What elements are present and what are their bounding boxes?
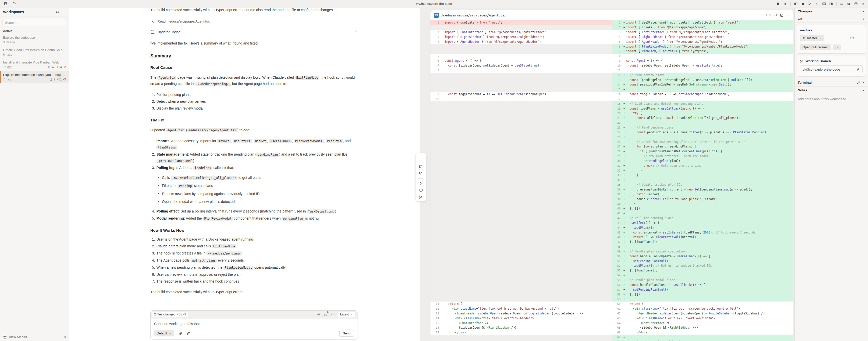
monitor-icon[interactable] (822, 2, 826, 6)
collapse-all-icon[interactable] (783, 2, 787, 6)
diff-row (430, 292, 612, 297)
diff-row (430, 82, 612, 87)
section-label-active: Active (0, 27, 69, 34)
git-branch-icon (802, 37, 805, 40)
bold-text: Imports (156, 139, 169, 143)
section-changes[interactable]: Changes (795, 8, 868, 15)
inline-code: PlanItem (326, 139, 343, 143)
diff-row (430, 168, 612, 173)
diff-row (430, 134, 612, 140)
chat-icon[interactable] (801, 2, 805, 6)
pr-options-button[interactable] (833, 44, 841, 50)
workspace-item[interactable]: Explore the codebase I want you to exp7h… (0, 71, 69, 83)
diff-row (430, 206, 612, 211)
inline-code: invoke<PlanItem[]>('get_all_plans') (171, 176, 237, 180)
message-heading: Root Cause (150, 65, 358, 70)
todos-active-dot (327, 311, 329, 313)
diff-body: 1-import { useState } from "react";2impo… (430, 20, 793, 341)
inline-code: ExitPlanMode (295, 75, 320, 80)
files-changed-badge[interactable]: 2 files changed +61 -3 (152, 312, 188, 317)
working-branch-input[interactable]: vk/3ccf-explore-the-code (800, 65, 863, 73)
megaphone-icon[interactable] (847, 2, 851, 6)
workspace-item[interactable]: Explore the codebase35m ago (0, 34, 69, 46)
git-branch-icon[interactable] (808, 2, 812, 6)
toggle-diff-icon[interactable] (419, 165, 423, 169)
arrow-up-icon (849, 37, 852, 40)
workspace-item[interactable]: Install and integrate Vibe Kanban Web7h … (0, 58, 69, 71)
workspace-title: Install and integrate Vibe Kanban Web (3, 60, 66, 64)
pause-icon[interactable] (776, 2, 780, 6)
section-git[interactable]: Git (795, 15, 868, 23)
more-options-icon[interactable] (859, 36, 863, 40)
chevron-down-icon[interactable] (354, 30, 358, 34)
run-icon[interactable] (419, 181, 423, 185)
help-icon[interactable] (854, 2, 858, 6)
inline-code: useRef (254, 139, 267, 143)
diff-row: 24+ const pendingPlans = allPlans.filter… (612, 130, 793, 134)
diff-row: 25+ (612, 134, 793, 140)
inline-code: pendingPlan (256, 153, 279, 157)
diff-row (430, 230, 612, 235)
tool-call-row[interactable]: Read medusa/src/pages/Agent.tsx (150, 19, 358, 24)
panel-right-icon[interactable] (829, 2, 833, 6)
add-workspace-icon[interactable] (62, 10, 66, 14)
diff-file-header[interactable]: TS /medusa/medusa/src/pages/Agent.tsx +5… (430, 10, 793, 20)
terminal-icon[interactable] (815, 2, 819, 6)
chat-history[interactable]: npm run build 2>&1 | tail -80The build c… (150, 8, 358, 310)
send-button[interactable]: Send (339, 330, 354, 337)
message-input[interactable]: Continue working on this task... Default… (151, 318, 358, 339)
diff-row: 15+ (612, 87, 793, 92)
diff-row (430, 111, 612, 116)
attach-icon[interactable] (178, 331, 182, 335)
view-archive-button[interactable]: View Archive 0 (0, 333, 69, 341)
diff-row: 49+ // Handle plan review completion (612, 249, 793, 254)
diff-row: 36+ previousPlanIdsRef.current = new Set… (612, 187, 793, 192)
diff-row: 38+ console.error('Failed to load plans:… (612, 196, 793, 202)
panel-left-icon[interactable] (794, 2, 798, 6)
diff-row (430, 235, 612, 240)
workspace-time: 35m ago (3, 40, 15, 44)
tool-call-row[interactable]: Updated Todos (150, 30, 358, 34)
expand-icon[interactable] (857, 81, 860, 84)
workspace-item[interactable]: Create Good First Issues on Github So p6… (0, 46, 69, 58)
diff-row: 3import { RightSidebar } from "@/compone… (430, 35, 612, 39)
diff-row: 2+import { invoke } from "@tauri-apps/ap… (612, 25, 793, 30)
notes-placeholder[interactable]: Add notes about this workspace... (795, 94, 868, 104)
section-notes[interactable]: Notes (795, 87, 868, 94)
diff-row (430, 196, 612, 202)
diff-row: 47+ }, [loadPlans]); (612, 240, 793, 244)
diff-row (430, 72, 612, 78)
mode-dropdown[interactable]: Default (154, 330, 174, 336)
diff-row: 23+ // Find pending plans (612, 125, 793, 130)
git-branch-icon[interactable] (419, 195, 423, 199)
open-pull-request-button[interactable]: Open pull request (800, 44, 831, 50)
copy-icon[interactable] (419, 172, 423, 176)
message-paragraph: I've implemented the fix. Here's a summa… (150, 40, 358, 46)
diff-row (430, 216, 612, 221)
diff-row (430, 78, 612, 82)
split-view-icon[interactable] (780, 13, 784, 17)
composer-status-bar: 2 files changed +61 -3 Latest (151, 311, 358, 318)
collapse-file-icon[interactable] (786, 13, 790, 17)
message-paragraph: The Agent.tsx page was missing all plan … (150, 74, 358, 87)
draw-icon[interactable] (186, 331, 190, 335)
version-dropdown[interactable]: Latest (338, 312, 355, 317)
diff-pane-new: 1+import { useState, useEffect, useRef, … (612, 20, 793, 341)
inline-code: Pending (178, 184, 193, 188)
menu-icon[interactable] (840, 2, 844, 6)
branch-dropdown[interactable]: master (800, 35, 824, 41)
settings-icon[interactable] (861, 2, 865, 6)
diff-row: 12 <div className="flex flex-col h-scree… (430, 306, 612, 311)
files-changed-label: 2 files changed (154, 313, 175, 316)
edit-icon[interactable] (856, 67, 860, 71)
diff-row: 41+ (612, 211, 793, 216)
section-terminal[interactable]: Terminal (795, 79, 868, 87)
inline-code: loadPlans (193, 166, 212, 170)
preview-icon[interactable] (419, 188, 423, 192)
search-input[interactable] (3, 19, 66, 26)
diff-row (430, 273, 612, 278)
drag-handle-icon[interactable] (419, 155, 423, 159)
layers-icon[interactable] (56, 10, 59, 14)
todos-status-button[interactable] (324, 312, 328, 317)
spark-icon[interactable] (317, 313, 321, 316)
